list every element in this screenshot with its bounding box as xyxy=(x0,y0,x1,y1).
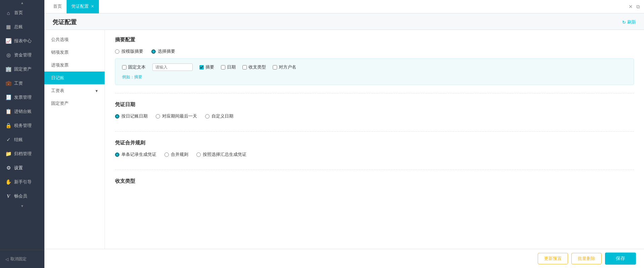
radio-single-record[interactable]: 单条记录生成凭证 xyxy=(115,151,156,158)
section-merge-rules: 凭证合并规则 单条记录生成凭证 合并规则 按照选择汇总生成凭证 xyxy=(115,140,634,170)
refresh-label: 刷新 xyxy=(627,19,636,25)
tab-home[interactable]: 首页 xyxy=(48,0,67,13)
fixed-text-input[interactable] xyxy=(152,63,193,71)
settle-icon: ✓ xyxy=(5,137,11,143)
sidebar-item-ledger[interactable]: ▦ 总账 xyxy=(0,20,44,34)
checkbox-summary-label: 摘要 xyxy=(205,64,214,70)
nav-item-purchase-invoice[interactable]: 进项发票 xyxy=(44,59,105,72)
reports-icon: 📈 xyxy=(5,38,11,44)
content-area: 凭证配置 ↻ 刷新 公共选项 销项发票 进项发票 日记账 xyxy=(44,13,644,268)
nav-item-payroll-table[interactable]: 工资表 ▾ xyxy=(44,84,105,97)
sidebar-item-reports-label: 报表中心 xyxy=(14,38,32,44)
checkbox-date[interactable]: 日期 xyxy=(221,64,236,70)
refresh-icon: ↻ xyxy=(622,20,626,25)
save-button[interactable]: 保存 xyxy=(605,253,636,265)
tab-close-icon[interactable]: ✕ xyxy=(91,4,94,9)
nav-item-fixed-assets[interactable]: 固定资产 xyxy=(44,97,105,110)
nav-item-journal-label: 日记账 xyxy=(51,75,64,81)
sidebar-toggle-label: 取消固定 xyxy=(10,256,27,262)
refresh-button[interactable]: ↻ 刷新 xyxy=(622,19,636,25)
tab-voucher-config[interactable]: 凭证配置 ✕ xyxy=(67,0,99,13)
radio-by-due-date-last[interactable]: 对应期间最后一天 xyxy=(156,113,197,119)
ledger-icon: ▦ xyxy=(5,24,11,30)
summary-config-title: 摘要配置 xyxy=(115,37,634,43)
radio-by-selection-total[interactable]: 按照选择汇总生成凭证 xyxy=(196,151,247,158)
radio-by-journal-date[interactable]: 按日记账日期 xyxy=(115,113,148,119)
checkbox-summary-input[interactable] xyxy=(199,65,204,70)
sidebar-scroll-up[interactable]: ▲ xyxy=(0,0,44,6)
window-restore-icon[interactable]: ⧉ xyxy=(636,4,640,10)
nav-item-public[interactable]: 公共选项 xyxy=(44,33,105,46)
invoice-mgmt-icon: 🧾 xyxy=(5,94,11,100)
radio-merge-rule[interactable]: 合并规则 xyxy=(164,151,188,158)
radio-by-due-date-last-input[interactable] xyxy=(156,114,160,119)
sidebar-item-funds-label: 资金管理 xyxy=(14,52,32,58)
nav-item-sales-invoice[interactable]: 销项发票 xyxy=(44,46,105,59)
window-close-icon[interactable]: ✕ xyxy=(629,4,633,10)
sidebar-bottom: ◁ 取消固定 xyxy=(0,250,44,268)
radio-template-summary-input[interactable] xyxy=(115,49,119,54)
radio-custom-date-input[interactable] xyxy=(205,114,210,119)
sidebar-item-purchase-sales[interactable]: 📋 进销台账 xyxy=(0,104,44,119)
voucher-date-title: 凭证日期 xyxy=(115,101,634,108)
checkbox-counterpart-input[interactable] xyxy=(273,65,277,70)
assets-icon: 🏢 xyxy=(5,66,11,72)
purchase-sales-icon: 📋 xyxy=(5,108,11,115)
tax-icon: 🔒 xyxy=(5,123,11,129)
sidebar-item-tax[interactable]: 🔒 税务管理 xyxy=(0,119,44,133)
left-nav: 公共选项 销项发票 进项发票 日记账 工资表 ▾ 固定资产 xyxy=(44,30,105,249)
radio-custom-date-label: 自定义日期 xyxy=(212,113,233,119)
update-preview-button[interactable]: 更新预置 xyxy=(538,253,568,264)
voucher-date-radio-row: 按日记账日期 对应期间最后一天 自定义日期 xyxy=(115,113,634,119)
radio-custom-date[interactable]: 自定义日期 xyxy=(205,113,233,119)
sidebar-item-settle[interactable]: ✓ 结账 xyxy=(0,133,44,147)
radio-select-summary-input[interactable] xyxy=(151,49,156,54)
checkbox-fixed-text[interactable]: 固定文本 xyxy=(122,64,146,70)
checkbox-income-expense-input[interactable] xyxy=(242,65,247,70)
checkbox-counterpart[interactable]: 对方户名 xyxy=(273,64,296,70)
bottom-bar: 更新预置 批量删除 保存 xyxy=(44,249,644,268)
sidebar-item-guide-label: 新手引导 xyxy=(14,179,32,185)
summary-config-box: 固定文本 摘要 日期 xyxy=(115,58,634,85)
main-area: 首页 凭证配置 ✕ ✕ ⧉ 凭证配置 ↻ 刷新 公共选项 xyxy=(44,0,644,268)
sidebar-item-guide[interactable]: ✋ 新手引导 xyxy=(0,175,44,189)
summary-example: 例如：摘要 xyxy=(122,74,627,80)
sidebar-scroll-down[interactable]: ▼ xyxy=(0,203,44,209)
sidebar-item-member[interactable]: V 畅会员 xyxy=(0,189,44,203)
tab-bar-right: ✕ ⧉ xyxy=(629,4,640,10)
summary-options-row: 固定文本 摘要 日期 xyxy=(122,63,627,71)
radio-merge-rule-input[interactable] xyxy=(164,152,169,157)
merge-rules-title: 凭证合并规则 xyxy=(115,140,634,146)
tab-bar: 首页 凭证配置 ✕ ✕ ⧉ xyxy=(44,0,644,13)
sidebar-item-purchase-sales-label: 进销台账 xyxy=(14,108,32,115)
sidebar-item-member-label: 畅会员 xyxy=(14,193,27,199)
nav-item-sales-invoice-label: 销项发票 xyxy=(51,49,69,55)
radio-template-summary[interactable]: 按模版摘要 xyxy=(115,48,143,54)
radio-single-record-input[interactable] xyxy=(115,152,119,157)
radio-by-journal-date-input[interactable] xyxy=(115,114,119,119)
checkbox-fixed-text-input[interactable] xyxy=(122,65,126,70)
sidebar-item-home[interactable]: ⌂ 首页 xyxy=(0,6,44,20)
radio-by-selection-total-input[interactable] xyxy=(196,152,201,157)
sidebar-item-archive[interactable]: 📁 归档管理 xyxy=(0,147,44,161)
sidebar-item-funds[interactable]: ◎ 资金管理 xyxy=(0,48,44,62)
sidebar-item-invoice-mgmt[interactable]: 🧾 发票管理 xyxy=(0,90,44,104)
sidebar-item-payroll[interactable]: 💼 工资 xyxy=(0,76,44,90)
radio-select-summary-label: 选择摘要 xyxy=(158,48,175,54)
sidebar-item-settings[interactable]: ⚙ 设置 xyxy=(0,161,44,175)
checkbox-date-input[interactable] xyxy=(221,65,225,70)
checkbox-income-expense[interactable]: 收支类型 xyxy=(242,64,266,70)
checkbox-summary[interactable]: 摘要 xyxy=(199,64,214,70)
radio-select-summary[interactable]: 选择摘要 xyxy=(151,48,175,54)
guide-icon: ✋ xyxy=(5,179,11,185)
sidebar-item-reports[interactable]: 📈 报表中心 xyxy=(0,34,44,48)
sidebar-item-settings-label: 设置 xyxy=(14,165,23,171)
sidebar-toggle[interactable]: ◁ 取消固定 xyxy=(0,254,44,265)
sidebar-item-ledger-label: 总账 xyxy=(14,24,23,30)
nav-item-journal[interactable]: 日记账 xyxy=(44,72,105,84)
batch-delete-button[interactable]: 批量删除 xyxy=(571,253,602,264)
page-title: 凭证配置 xyxy=(52,18,77,26)
sidebar-item-assets[interactable]: 🏢 固定资产 xyxy=(0,62,44,76)
section-voucher-date: 凭证日期 按日记账日期 对应期间最后一天 自定义日期 xyxy=(115,101,634,132)
sidebar-item-home-label: 首页 xyxy=(14,10,23,16)
